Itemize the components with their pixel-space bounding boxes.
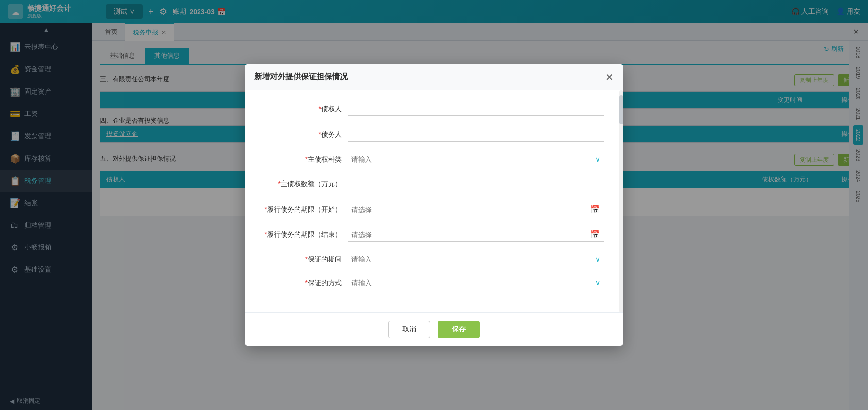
form-row-claim-amount: *主债权数额（万元） <box>264 177 604 191</box>
form-row-claim-type: *主债权种类 ∨ <box>264 153 604 165</box>
chevron-down-icon-guarantee-method[interactable]: ∨ <box>595 279 600 287</box>
calendar-icon-end[interactable]: 📅 <box>590 230 600 239</box>
label-claim-amount: *主债权数额（万元） <box>264 180 342 189</box>
form-row-creditor: *债权人 <box>264 102 604 116</box>
form-row-debtor: *债务人 <box>264 128 604 142</box>
label-perf-end: *履行债务的期限（结束） <box>264 230 342 239</box>
chevron-down-icon-guarantee-period[interactable]: ∨ <box>595 255 600 263</box>
label-creditor: *债权人 <box>264 105 342 114</box>
modal-overlay: 新增对外提供保证担保情况 ✕ *债权人 *债务人 <box>0 0 868 410</box>
input-claim-amount[interactable] <box>348 177 604 191</box>
date-picker-start[interactable]: 📅 <box>348 203 604 216</box>
input-perf-end[interactable] <box>351 231 590 239</box>
input-creditor[interactable] <box>348 102 604 116</box>
select-guarantee-period[interactable]: ∨ <box>348 253 604 265</box>
cancel-button[interactable]: 取消 <box>388 321 430 338</box>
label-claim-type: *主债权种类 <box>264 155 342 164</box>
input-debtor[interactable] <box>348 128 604 142</box>
form-row-guarantee-period: *保证的期间 ∨ <box>264 253 604 265</box>
select-guarantee-method[interactable]: ∨ <box>348 277 604 289</box>
label-debtor: *债务人 <box>264 131 342 139</box>
modal-body: *债权人 *债务人 *主债权种类 ∨ <box>245 90 623 312</box>
label-guarantee-method: *保证的方式 <box>264 279 342 288</box>
modal-footer: 取消 保存 <box>245 312 623 346</box>
input-guarantee-method[interactable] <box>351 279 595 287</box>
label-perf-start: *履行债务的期限（开始） <box>264 205 342 214</box>
date-picker-end[interactable]: 📅 <box>348 228 604 242</box>
chevron-down-icon-claim-type[interactable]: ∨ <box>595 155 600 163</box>
select-claim-type[interactable]: ∨ <box>348 153 604 165</box>
input-guarantee-period[interactable] <box>351 255 595 263</box>
save-button[interactable]: 保存 <box>438 321 480 338</box>
form-row-perf-end: *履行债务的期限（结束） 📅 <box>264 228 604 242</box>
form-row-perf-start: *履行债务的期限（开始） 📅 <box>264 203 604 216</box>
input-perf-start[interactable] <box>351 206 590 213</box>
input-claim-type[interactable] <box>351 155 595 163</box>
modal-title: 新增对外提供保证担保情况 <box>254 72 348 82</box>
form-row-guarantee-method: *保证的方式 ∨ <box>264 277 604 289</box>
modal-header: 新增对外提供保证担保情况 ✕ <box>245 64 623 90</box>
modal-close-btn[interactable]: ✕ <box>605 72 614 82</box>
modal-scrollbar-track <box>619 90 623 312</box>
modal-scrollbar-thumb[interactable] <box>619 95 623 124</box>
label-guarantee-period: *保证的期间 <box>264 255 342 264</box>
add-guarantee-modal: 新增对外提供保证担保情况 ✕ *债权人 *债务人 <box>245 64 623 346</box>
calendar-icon-start[interactable]: 📅 <box>590 205 600 214</box>
